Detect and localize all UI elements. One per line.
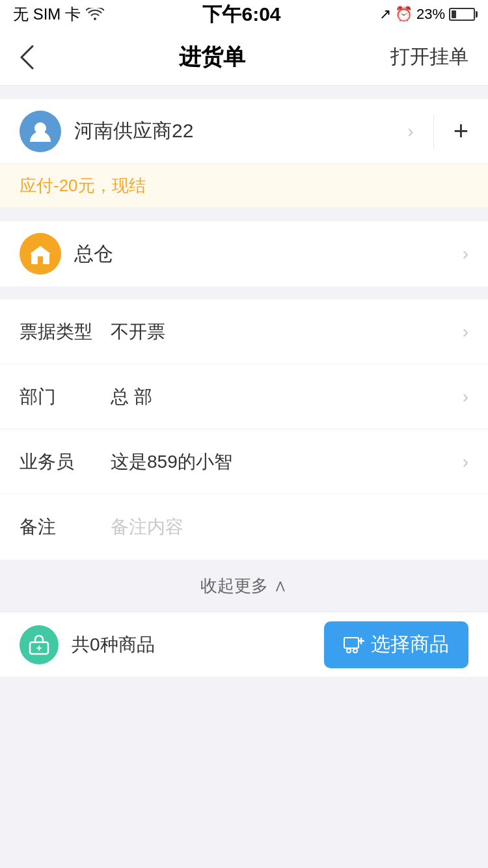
status-bar: 无 SIM 卡 下午6:04 ↗ ⏰ 23% (0, 0, 488, 29)
warehouse-card: 总仓 › (0, 221, 488, 286)
select-goods-button[interactable]: 选择商品 (324, 621, 468, 668)
page-title: 进货单 (179, 42, 245, 72)
goods-icon-wrap (20, 625, 59, 664)
svg-rect-3 (38, 256, 43, 264)
vertical-divider (433, 115, 434, 148)
invoice-type-value: 不开票 (111, 319, 463, 344)
salesperson-value: 这是859的小智 (111, 450, 463, 474)
open-pending-button[interactable]: 打开挂单 (390, 44, 468, 70)
supplier-actions: › + (407, 115, 468, 148)
warehouse-name: 总仓 (74, 241, 463, 267)
bottom-bar: 共0种商品 选择商品 (0, 612, 488, 677)
supplier-name: 河南供应商22 (74, 118, 407, 144)
section-separator (0, 86, 488, 99)
chevron-right-icon: › (407, 121, 413, 142)
section-separator-2 (0, 208, 488, 221)
no-sim-text: 无 SIM 卡 (13, 4, 81, 25)
avatar (20, 111, 61, 152)
chevron-right-icon-warehouse: › (463, 243, 468, 264)
nav-bar: 进货单 打开挂单 (0, 29, 488, 86)
location-icon: ↗ (379, 6, 391, 23)
wifi-icon (86, 8, 104, 21)
user-icon (27, 118, 53, 144)
battery-icon (449, 8, 475, 21)
goods-left: 共0种商品 (20, 625, 155, 664)
remark-label: 备注 (20, 515, 111, 539)
department-value: 总 部 (111, 385, 463, 409)
select-goods-label: 选择商品 (371, 631, 449, 658)
warning-text: 应付-20元，现结 (20, 176, 146, 195)
collapse-label: 收起更多 ∧ (200, 575, 287, 597)
invoice-type-row[interactable]: 票据类型 不开票 › (0, 299, 488, 364)
chevron-right-icon-department: › (463, 387, 468, 407)
svg-point-9 (353, 649, 357, 653)
svg-point-8 (347, 649, 351, 653)
department-label: 部门 (20, 385, 111, 409)
battery-pct: 23% (416, 6, 445, 23)
warehouse-row[interactable]: 总仓 › (0, 221, 488, 286)
status-right: ↗ ⏰ 23% (379, 6, 475, 23)
add-supplier-button[interactable]: + (454, 116, 468, 146)
back-button[interactable] (20, 45, 34, 70)
alarm-icon: ⏰ (395, 6, 413, 23)
salesperson-row[interactable]: 业务员 这是859的小智 › (0, 429, 488, 495)
salesperson-label: 业务员 (20, 450, 111, 474)
collapse-section: 收起更多 ∧ (0, 560, 488, 612)
invoice-type-label: 票据类型 (20, 319, 111, 344)
svg-marker-2 (30, 246, 51, 254)
chevron-right-icon-salesperson: › (463, 452, 468, 472)
collapse-button[interactable]: 收起更多 ∧ (200, 575, 287, 597)
warehouse-icon (29, 242, 52, 265)
warning-bar: 应付-20元，现结 (0, 164, 488, 208)
goods-icon (27, 633, 51, 657)
supplier-row[interactable]: 河南供应商22 › + (0, 99, 488, 164)
status-time: 下午6:04 (202, 1, 280, 28)
svg-rect-7 (344, 638, 359, 648)
chevron-right-icon-invoice: › (463, 321, 468, 342)
cart-icon (344, 636, 364, 654)
remark-row[interactable]: 备注 备注内容 (0, 495, 488, 560)
gray-fill (0, 677, 488, 868)
status-left: 无 SIM 卡 (13, 4, 104, 25)
warehouse-icon-wrap (20, 233, 61, 275)
goods-count-text: 共0种商品 (72, 632, 155, 657)
supplier-card: 河南供应商22 › + 应付-20元，现结 (0, 99, 488, 208)
department-row[interactable]: 部门 总 部 › (0, 364, 488, 429)
remark-placeholder: 备注内容 (111, 515, 468, 539)
form-section: 票据类型 不开票 › 部门 总 部 › 业务员 这是859的小智 › 备注 备注… (0, 299, 488, 560)
